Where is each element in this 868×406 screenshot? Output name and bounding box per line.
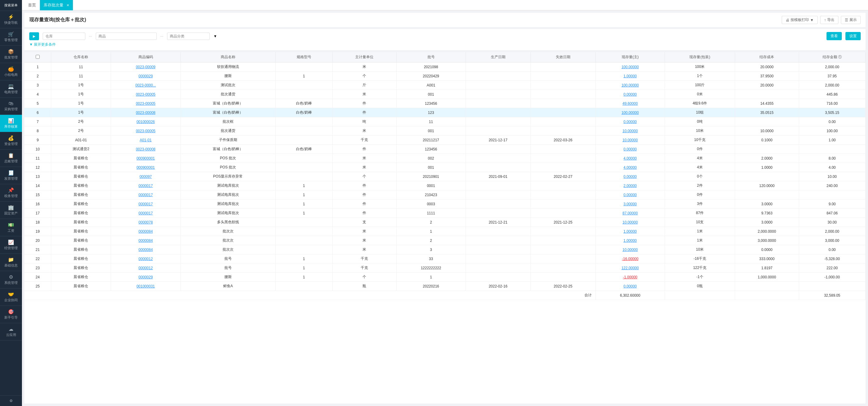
cell-exp-date: [530, 62, 595, 72]
cell-stock-main[interactable]: 100.00000: [595, 62, 664, 72]
sidebar-item-tax[interactable]: 📌 税务管理: [0, 184, 22, 202]
sidebar-item-newbie[interactable]: 🎯 新手引导: [0, 306, 22, 323]
cell-unit-cost: [735, 145, 799, 154]
cell-stock-main[interactable]: 0.00000: [595, 190, 664, 200]
cell-stock-main[interactable]: -1.00000: [595, 273, 664, 282]
sidebar-item-invoice[interactable]: 🧾 发票管理: [0, 167, 22, 184]
warehouse-filter[interactable]: [43, 33, 85, 40]
cell-code[interactable]: 0023-00009: [111, 62, 181, 72]
cell-batch: 20220429: [396, 72, 466, 81]
cell-code[interactable]: 000097: [111, 172, 181, 181]
expand-conditions-button[interactable]: ▼ 展开更多条件: [29, 42, 861, 47]
tab-inventory-batch[interactable]: 库存批次量 ✕: [40, 0, 73, 10]
sidebar-item-quick-nav[interactable]: ⚡ 快捷导航: [0, 11, 22, 28]
cell-stock-main[interactable]: 10.00000: [595, 136, 664, 145]
cell-code[interactable]: 0023-00005: [111, 90, 181, 99]
cell-stock-main[interactable]: 122.00000: [595, 264, 664, 273]
cell-prod-date: [466, 236, 530, 245]
cell-num: 20: [24, 236, 51, 245]
cell-stock-main[interactable]: 4.00000: [595, 154, 664, 163]
cell-code[interactable]: 0023-00008: [111, 145, 181, 154]
cell-stock-aux: 122千克: [664, 264, 735, 273]
cell-prod-date: [466, 72, 530, 81]
sidebar-item-ops[interactable]: 📈 经营管理: [0, 236, 22, 254]
sidebar-item-cloud[interactable]: ☁ 云应用: [0, 323, 22, 340]
sidebar-item-inventory[interactable]: 📊 库存核算: [0, 115, 22, 132]
table-row: 12 晨省粮仓 000900001 POS 批次 米 001 4.00000 4…: [24, 163, 866, 172]
export-button[interactable]: ↑ 导出: [820, 16, 838, 24]
cell-stock-main[interactable]: -16.00000: [595, 254, 664, 264]
cell-stock-main[interactable]: 0.00000: [595, 90, 664, 99]
query-button[interactable]: 查看: [827, 32, 842, 40]
sidebar-item-fixed-assets[interactable]: 🏢 固定资产: [0, 202, 22, 219]
settings-button[interactable]: 设置: [845, 32, 861, 40]
cell-code[interactable]: 001000031: [111, 282, 181, 291]
sidebar-item-collab[interactable]: 🤝 企业协同: [0, 289, 22, 306]
cell-stock-aux: 0瓶: [664, 282, 735, 291]
category-filter[interactable]: [167, 33, 210, 40]
cell-code[interactable]: 0000084: [111, 236, 181, 245]
sidebar-item-system[interactable]: ⚙ 系统管理: [0, 271, 22, 289]
sidebar-logo[interactable]: 搜索菜单: [0, 0, 22, 11]
select-all-checkbox[interactable]: [36, 55, 40, 59]
cell-code[interactable]: 0023-00008: [111, 108, 181, 117]
product-filter[interactable]: [96, 33, 157, 40]
cell-stock-main[interactable]: 4.00000: [595, 163, 664, 172]
cell-code[interactable]: 0000017: [111, 190, 181, 200]
cell-code[interactable]: 000900001: [111, 163, 181, 172]
sidebar-item-base[interactable]: 📁 基础信息: [0, 254, 22, 271]
cell-code[interactable]: 0000029: [111, 72, 181, 81]
sidebar-item-retail[interactable]: 🛒 零售管理: [0, 28, 22, 46]
tab-close-button[interactable]: ✕: [66, 3, 69, 7]
sidebar-item-payroll[interactable]: 💵 工资: [0, 219, 22, 236]
cell-stock-main[interactable]: 1.00000: [595, 227, 664, 236]
cell-code[interactable]: 0000012: [111, 254, 181, 264]
sidebar-item-purchase[interactable]: 🛍 采购管理: [0, 98, 22, 115]
cell-stock-main[interactable]: 0.00000: [595, 282, 664, 291]
cell-code[interactable]: 000900001: [111, 154, 181, 163]
cell-code[interactable]: 0000012: [111, 264, 181, 273]
cell-code[interactable]: 0000029: [111, 273, 181, 282]
cell-spec: [275, 90, 332, 99]
cell-code[interactable]: 0000017: [111, 200, 181, 209]
newbie-icon: 🎯: [0, 309, 22, 315]
sidebar-settings[interactable]: ⚙: [0, 395, 22, 406]
cell-code[interactable]: 0000017: [111, 181, 181, 190]
print-button[interactable]: 🖨 按模板打印 ▼: [782, 16, 818, 24]
cell-code[interactable]: 0000084: [111, 227, 181, 236]
sidebar-item-general[interactable]: 📋 总账管理: [0, 149, 22, 167]
cell-stock-main[interactable]: 49.60000: [595, 99, 664, 108]
cell-code[interactable]: 001000026: [111, 117, 181, 126]
cell-code[interactable]: 0000078: [111, 218, 181, 227]
cell-stock-main[interactable]: 0.00000: [595, 172, 664, 181]
cell-stock-main[interactable]: 100.00000: [595, 81, 664, 90]
cell-stock-main[interactable]: 10.00000: [595, 126, 664, 136]
sidebar-item-wholesale[interactable]: 📦 批发管理: [0, 46, 22, 63]
sidebar-item-ec[interactable]: 💻 电商管理: [0, 80, 22, 98]
cell-stock-main[interactable]: 10.00000: [595, 245, 664, 254]
show-button[interactable]: ☰ 展示: [841, 16, 861, 24]
cell-code[interactable]: A01-01: [111, 136, 181, 145]
cell-code[interactable]: 0023-00005: [111, 126, 181, 136]
sidebar-item-mini-ec[interactable]: 🍊 小桔电商: [0, 63, 22, 80]
sidebar-item-assets[interactable]: 💰 资金管理: [0, 132, 22, 149]
cell-stock-main[interactable]: 10.00000: [595, 218, 664, 227]
cell-code[interactable]: 0000017: [111, 209, 181, 218]
cell-stock-main[interactable]: 3.00000: [595, 200, 664, 209]
cell-code[interactable]: 0023-00005: [111, 99, 181, 108]
cell-code[interactable]: 0000084: [111, 245, 181, 254]
cell-stock-main[interactable]: 0.00000: [595, 117, 664, 126]
cell-code[interactable]: 0023-0000...: [111, 81, 181, 90]
tab-home[interactable]: 首页: [24, 0, 40, 10]
cell-stock-aux: 10组: [664, 108, 735, 117]
cell-unit: 千克: [333, 136, 397, 145]
cell-stock-main[interactable]: 2.00000: [595, 181, 664, 190]
cell-stock-main[interactable]: 100.00000: [595, 108, 664, 117]
cell-stock-main[interactable]: 0.00000: [595, 145, 664, 154]
cell-stock-main[interactable]: 1.00000: [595, 72, 664, 81]
cell-name: 富城（白色/奶棒）: [181, 108, 275, 117]
cell-stock-main[interactable]: 87.00000: [595, 209, 664, 218]
cell-stock-main[interactable]: 1.00000: [595, 236, 664, 245]
filter-arrow-button[interactable]: ►: [29, 32, 39, 40]
cell-batch: 20210901: [396, 172, 466, 181]
